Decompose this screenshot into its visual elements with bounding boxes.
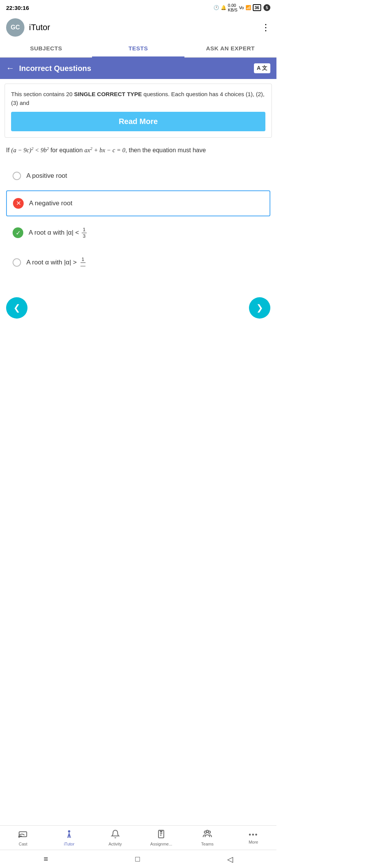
option-a-text: A positive root — [26, 172, 67, 180]
option-d-radio — [13, 258, 21, 267]
bottom-nav: Cast iTutor Activity — [0, 825, 276, 850]
bottom-nav-teams[interactable]: Teams — [184, 826, 231, 850]
question-text: If (a − 9c)2 < 9b2 for equation ax2 + bx… — [6, 145, 270, 155]
svg-point-7 — [206, 830, 208, 833]
options-list: A positive root ✕ A negative root ✓ A ro… — [6, 164, 270, 279]
home-button[interactable]: □ — [135, 855, 140, 863]
fraction-1-3: 1 3 — [82, 227, 87, 239]
tab-bar: SUBJECTS TESTS ASK AN EXPERT — [0, 40, 276, 58]
app-bar: GC iTutor ⋮ — [0, 15, 276, 40]
section-header: ← Incorrect Questions A 文 — [0, 58, 276, 79]
fraction-1-dash: 1 — — [79, 256, 87, 269]
status-time: 22:30:16 — [6, 5, 29, 11]
app-title: iTutor — [29, 23, 261, 32]
next-icon: ❯ — [256, 303, 263, 313]
avatar: GC — [6, 18, 24, 37]
itutor-label: iTutor — [64, 842, 74, 846]
assignments-label: Assignme... — [150, 842, 172, 846]
bottom-nav-cast[interactable]: Cast — [0, 826, 46, 850]
option-c[interactable]: ✓ A root α with |α| < 1 3 — [6, 219, 270, 246]
assignments-icon — [157, 829, 166, 841]
teams-label: Teams — [201, 842, 213, 846]
menu-button[interactable]: ≡ — [44, 855, 48, 863]
prev-button[interactable]: ❮ — [6, 297, 27, 319]
bottom-nav-itutor[interactable]: iTutor — [46, 826, 92, 850]
tab-subjects[interactable]: SUBJECTS — [0, 40, 92, 57]
status-icons: 🕐 🔔 0.00KB/S Vo 📶 36 5 — [213, 3, 270, 12]
svg-point-1 — [19, 836, 20, 837]
translate-label: A 文 — [257, 65, 267, 72]
alarm-icon: 🕐 — [213, 5, 219, 10]
option-c-text: A root α with |α| < 1 3 — [29, 227, 87, 239]
next-button[interactable]: ❯ — [249, 297, 270, 319]
more-label: More — [249, 840, 258, 844]
content-description-card: This section contains 20 SINGLE CORRECT … — [5, 84, 272, 138]
tab-ask-expert[interactable]: ASK AN EXPERT — [184, 40, 276, 57]
battery-icon: 36 — [253, 4, 261, 11]
itutor-icon — [65, 829, 74, 841]
back-button-sys[interactable]: ◁ — [227, 855, 233, 864]
option-a[interactable]: A positive root — [6, 164, 270, 187]
translate-button[interactable]: A 文 — [254, 63, 270, 73]
back-button[interactable]: ← — [6, 63, 15, 73]
status-bar: 22:30:16 🕐 🔔 0.00KB/S Vo 📶 36 5 — [0, 0, 276, 15]
option-c-correct-icon: ✓ — [13, 227, 23, 238]
math-expression-2: ax2 + bx − c = 0 — [84, 147, 125, 153]
prev-icon: ❮ — [13, 303, 20, 313]
bottom-nav-assignments[interactable]: Assignme... — [138, 826, 184, 850]
more-menu-icon[interactable]: ⋮ — [261, 22, 270, 33]
option-d-text: A root α with |α| > 1 — — [26, 256, 87, 269]
option-d[interactable]: A root α with |α| > 1 — — [6, 249, 270, 276]
section-title: Incorrect Questions — [19, 64, 254, 73]
more-icon: ••• — [249, 831, 258, 839]
option-b-wrong-icon: ✕ — [13, 198, 24, 209]
tab-tests[interactable]: TESTS — [92, 40, 184, 57]
read-more-button[interactable]: Read More — [11, 112, 265, 131]
option-b[interactable]: ✕ A negative root — [6, 190, 270, 216]
bottom-nav-more[interactable]: ••• More — [230, 826, 276, 850]
notification-count: 5 — [263, 4, 270, 11]
section-description: This section contains 20 SINGLE CORRECT … — [11, 90, 265, 107]
bottom-nav-activity[interactable]: Activity — [92, 826, 138, 850]
network-speed: 0.00KB/S — [228, 3, 238, 12]
option-b-text: A negative root — [29, 200, 72, 207]
notification-icon: 🔔 — [221, 5, 226, 10]
signal-icon: 📶 — [246, 5, 251, 10]
system-nav: ≡ □ ◁ — [0, 850, 276, 868]
cast-label: Cast — [19, 842, 27, 846]
teams-icon — [202, 829, 212, 841]
option-a-radio — [13, 172, 21, 180]
question-area: If (a − 9c)2 < 9b2 for equation ax2 + bx… — [0, 138, 276, 283]
wifi-icon: Vo — [239, 5, 244, 10]
math-expression-1: (a − 9c)2 < 9b2 — [11, 147, 48, 153]
activity-label: Activity — [108, 842, 122, 846]
cast-icon — [18, 829, 27, 841]
nav-buttons: ❮ ❯ — [0, 291, 276, 325]
activity-icon — [111, 829, 120, 841]
